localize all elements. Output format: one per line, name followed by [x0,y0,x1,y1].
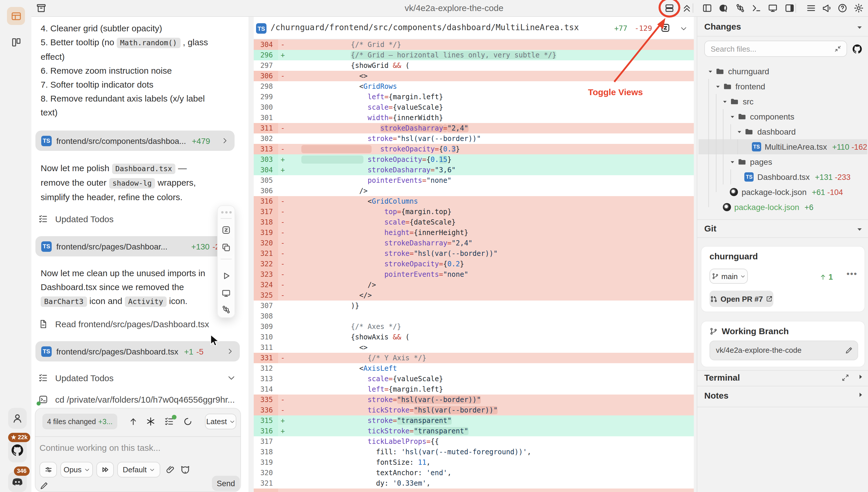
file-chip-dashboard-1[interactable]: TS frontend/src/pages/Dashboar... +130 -… [36,236,235,256]
monitor-icon[interactable] [768,3,778,13]
push-count[interactable]: 1 [819,273,833,281]
more-menu[interactable]: ••• [846,269,858,278]
tree-row-src[interactable]: src [699,94,867,109]
tree-indent-guide [730,169,731,184]
tree-row-package-lock-json[interactable]: package-lock.json+61 -104 [699,184,867,200]
archive-icon[interactable] [36,3,46,13]
tree-row-package-lock-json[interactable]: package-lock.json+6 [699,200,867,215]
diff-row: 321- stroke="hsl(var(--border))" [254,248,694,259]
file-chip-multilinearea[interactable]: TS frontend/src/components/dashboa... +4… [36,130,235,151]
megaphone-icon[interactable] [822,3,832,13]
divider [697,237,868,238]
tree-row-churnguard[interactable]: churnguard [699,64,867,79]
kanban-icon[interactable] [10,36,22,48]
send-button[interactable]: Send [212,476,240,491]
settings-sliders-button[interactable] [40,462,57,477]
diff-row: 321 dy: '0.33em', [254,478,694,489]
diff-row: 318 fill: 'hsl(var(--muted-foreground))'… [254,447,694,457]
collapse-triangle-icon[interactable] [857,24,863,31]
file-chip-name: frontend/src/components/dashboa... [56,136,186,145]
diff-row: 318- scale={dateScale} [254,217,694,227]
pen-icon[interactable] [40,481,49,490]
search-files-input[interactable]: Search files... [704,41,847,57]
tree-row-components[interactable]: components [699,109,867,124]
model-dropdown[interactable]: Opus [61,462,93,477]
tree-row-dashboard-tsx[interactable]: TSDashboard.tsx+131 -233 [699,169,867,184]
diff-rows: 304- {/* Grid */}296+ {/* Grid — horizon… [254,40,694,492]
account-button[interactable] [8,408,27,429]
monitor-icon[interactable] [221,288,231,298]
tree-row-frontend[interactable]: frontend [699,79,867,94]
diff-row: 320 textAnchor: 'end', [254,468,694,478]
chevron-right-icon [221,137,229,145]
git-compare-icon[interactable] [221,304,231,315]
diff-row: 300 scale={valueScale} [254,102,694,113]
chat-message: Now let me polish Dashboard.tsx —remove … [41,161,238,204]
composer-input[interactable]: Continue working on this task... [40,443,161,452]
diff-row: 319- height={innerHeight} [254,227,694,238]
diff-row: 303+ strokeOpacity={0.15} [254,154,694,165]
diff-file-path: /churnguard/frontend/src/components/dash… [271,23,579,32]
paperclip-icon[interactable] [165,465,175,474]
spark-icon[interactable] [146,417,156,426]
copy-icon[interactable] [221,243,231,252]
diff-view-icon[interactable] [221,225,231,235]
terminal-command-row[interactable]: cd /private/var/folders/10/h7w0q46556ggr… [38,395,235,404]
status-dot [37,401,41,405]
floating-toolbar [217,205,235,318]
github-cat-icon[interactable] [852,44,863,54]
read-file-row[interactable]: Read frontend/src/pages/Dashboard.tsx [38,319,209,329]
diff-row: 324- /> [254,280,694,290]
updated-todos-row[interactable]: Updated Todos [38,214,114,224]
file-icon [38,319,48,329]
panel-left-icon[interactable] [702,3,712,13]
github-icon [10,443,24,457]
mode-dropdown[interactable]: Default [117,462,160,477]
git-repo-card: churnguard main 1 ••• Open PR #7 [701,246,865,312]
person-icon [11,413,23,424]
sliders-icon [44,465,52,474]
chevron-down-icon[interactable] [227,374,236,382]
discord-count-badge: 346 [14,466,29,476]
open-pr-button[interactable]: Open PR #7 [709,291,773,307]
ts-badge: TS [41,136,52,146]
search-placeholder: Search files... [711,45,756,53]
tree-indent-guide [715,94,716,192]
pencil-icon[interactable] [845,346,853,354]
chevron-right-icon [227,347,234,355]
drag-handle-dots[interactable] [221,211,232,214]
file-chip-dashboard-2[interactable]: TS frontend/src/pages/Dashboard.tsx +1 -… [36,341,240,362]
ts-badge: TS [256,23,266,34]
latest-dropdown[interactable]: Latest [205,414,236,429]
play-icon[interactable] [221,271,231,281]
panel-gutter [249,17,254,492]
github-cat-icon[interactable] [180,465,190,475]
files-changed-chip[interactable]: 4 files changed+3... [42,414,117,429]
expand-triangle-icon[interactable] [858,374,864,380]
chat-icon[interactable] [718,3,729,13]
collapse-icon[interactable] [834,45,842,53]
up-arrow-icon [819,273,827,281]
spinner-icon [183,417,193,426]
collapse-triangle-icon[interactable] [857,226,863,233]
tree-row-multilinearea-tsx[interactable]: TSMultiLineArea.tsx+110 -162 [699,139,867,154]
tree-indent-guide [708,79,709,207]
diff-row: 336- tickStroke="hsl(var(--border))" [254,405,694,415]
gear-icon[interactable] [853,3,864,13]
expand-triangle-icon[interactable] [858,392,864,398]
panel-right-icon[interactable] [784,3,795,13]
up-arrow-icon[interactable] [128,417,138,426]
expand-icon[interactable] [841,374,849,382]
tree-row-dashboard[interactable]: dashboard [699,124,867,139]
working-branch-input[interactable]: vk/4e2a-explore-the-code [709,341,858,360]
branch-dropdown[interactable]: main [709,269,748,284]
menu-icon[interactable] [806,3,816,13]
updated-todos-row-2[interactable]: Updated Todos [38,373,236,383]
divider [697,219,868,220]
tree-row-pages[interactable]: pages [699,154,867,169]
terminal-icon[interactable] [751,3,762,13]
fast-forward-button[interactable] [96,462,114,477]
help-icon[interactable] [837,3,848,13]
working-branch-title: Working Branch [722,326,789,336]
git-compare-icon[interactable] [735,3,746,13]
